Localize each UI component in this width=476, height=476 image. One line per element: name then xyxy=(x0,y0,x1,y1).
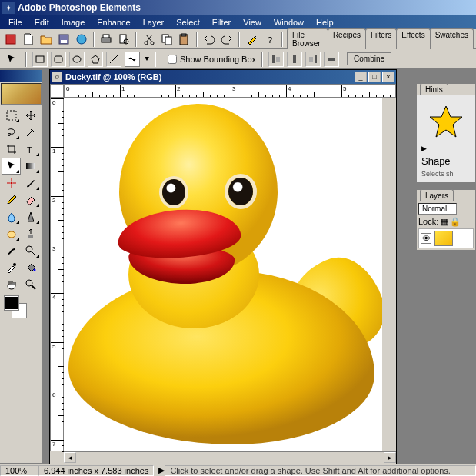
zoom-tool[interactable] xyxy=(22,276,41,293)
brush-tool[interactable] xyxy=(22,175,41,191)
paste-icon[interactable] xyxy=(176,31,192,48)
hand-tool[interactable] xyxy=(2,276,21,293)
shape-line[interactable] xyxy=(106,52,121,67)
lasso-tool[interactable] xyxy=(2,124,21,141)
sponge-tool[interactable] xyxy=(2,225,21,242)
redeye-tool[interactable] xyxy=(2,175,21,191)
color-swatches xyxy=(0,295,42,322)
lock-transparent-icon[interactable]: ▦ xyxy=(441,217,448,226)
menu-image[interactable]: Image xyxy=(56,17,91,28)
clone-tool[interactable] xyxy=(22,225,41,242)
menu-window[interactable]: Window xyxy=(268,17,309,28)
tab-recipes[interactable]: Recipes xyxy=(328,28,366,49)
tab-filters[interactable]: Filters xyxy=(365,28,397,49)
combine-button[interactable]: Combine xyxy=(347,52,391,65)
maximize-button[interactable]: □ xyxy=(368,72,381,82)
tab-file-browser[interactable]: File Browser xyxy=(287,28,328,49)
menu-filter[interactable]: Filter xyxy=(207,17,236,28)
align-left-icon[interactable] xyxy=(268,52,284,67)
layers-tab[interactable]: Layers xyxy=(420,189,454,201)
bounding-box-label: Show Bounding Box xyxy=(180,55,256,64)
shape-polygon[interactable] xyxy=(88,52,103,67)
pencil-tool[interactable] xyxy=(2,191,21,208)
status-expand-icon[interactable]: ▶ xyxy=(158,465,165,475)
svg-rect-24 xyxy=(309,57,313,62)
tab-effects[interactable]: Effects xyxy=(396,28,430,49)
help-icon[interactable]: ? xyxy=(261,31,278,48)
type-tool[interactable]: T xyxy=(22,141,41,158)
copy-icon[interactable] xyxy=(158,31,175,48)
menu-enhance[interactable]: Enhance xyxy=(92,17,135,28)
menu-select[interactable]: Select xyxy=(171,17,205,28)
crop-tool[interactable] xyxy=(2,141,21,158)
smudge-tool[interactable] xyxy=(2,242,21,259)
hints-tab[interactable]: Hints xyxy=(420,83,448,95)
canvas[interactable] xyxy=(64,98,382,451)
new-file-icon[interactable] xyxy=(21,31,37,48)
ruler-origin[interactable] xyxy=(50,84,64,98)
svg-point-3 xyxy=(77,35,86,44)
shape-select-tool[interactable] xyxy=(2,158,21,175)
vertical-ruler[interactable]: 01234567 xyxy=(50,98,64,451)
quickfix-icon[interactable] xyxy=(244,31,260,48)
bucket-tool[interactable] xyxy=(22,259,41,276)
bounding-box-input[interactable] xyxy=(168,55,177,64)
dodge-tool[interactable] xyxy=(22,242,41,259)
shape-rectangle[interactable] xyxy=(32,52,48,67)
sharpen-tool[interactable] xyxy=(22,208,41,225)
lock-all-icon[interactable]: 🔒 xyxy=(450,217,461,226)
layer-row[interactable]: 👁 xyxy=(418,228,474,248)
scroll-right-button[interactable]: ► xyxy=(384,452,396,463)
hints-description: Selects sh xyxy=(421,170,471,178)
shape-options-dropdown[interactable] xyxy=(145,57,149,61)
eraser-tool[interactable] xyxy=(22,191,41,208)
svg-rect-21 xyxy=(276,57,280,62)
zoom-field[interactable]: 100% xyxy=(0,465,38,476)
blur-tool[interactable] xyxy=(2,208,21,225)
tab-swatches[interactable]: Swatches xyxy=(430,28,474,49)
toolbox-dragbar[interactable] xyxy=(0,70,42,82)
save-web-icon[interactable] xyxy=(73,31,89,48)
align-right-icon[interactable] xyxy=(305,52,321,67)
menu-help[interactable]: Help xyxy=(311,17,339,28)
svg-text:T: T xyxy=(27,145,32,155)
menu-view[interactable]: View xyxy=(238,17,267,28)
move-tool[interactable] xyxy=(22,107,41,124)
print-icon[interactable] xyxy=(98,31,115,48)
redo-icon[interactable] xyxy=(219,31,235,48)
align-distribute-icon[interactable] xyxy=(324,52,339,67)
document-dimensions[interactable]: 6.944 inches x 7.583 inches xyxy=(38,465,154,476)
visibility-toggle[interactable]: 👁 xyxy=(421,233,431,244)
shape-custom[interactable] xyxy=(125,52,140,67)
shape-ellipse[interactable] xyxy=(69,52,85,67)
menu-file[interactable]: File xyxy=(3,17,28,28)
adobe-online-icon[interactable] xyxy=(3,31,19,48)
open-file-icon[interactable] xyxy=(38,31,55,48)
wand-tool[interactable] xyxy=(22,124,41,141)
menu-layer[interactable]: Layer xyxy=(138,17,170,28)
marquee-tool[interactable] xyxy=(2,107,21,124)
document-icon: © xyxy=(52,72,62,82)
show-bounding-box-checkbox[interactable]: Show Bounding Box xyxy=(168,55,256,64)
options-bar: Show Bounding Box Combine xyxy=(0,49,476,69)
blend-mode-dropdown[interactable]: Normal xyxy=(418,203,457,215)
align-center-icon[interactable] xyxy=(287,52,302,67)
horizontal-ruler[interactable]: 012345 xyxy=(64,84,396,98)
foreground-color[interactable] xyxy=(5,296,18,310)
horizontal-scrollbar[interactable]: ◄ ► xyxy=(64,451,396,464)
eyedropper-tool[interactable] xyxy=(2,259,21,276)
svg-rect-5 xyxy=(103,35,109,38)
undo-icon[interactable] xyxy=(201,31,218,48)
save-icon[interactable] xyxy=(55,31,72,48)
gradient-tool[interactable] xyxy=(22,158,41,175)
svg-point-31 xyxy=(8,231,15,238)
close-button[interactable]: × xyxy=(382,72,394,82)
document-titlebar[interactable]: © Ducky.tif @ 100% (RGB) _ □ × xyxy=(50,70,396,84)
scroll-left-button[interactable]: ◄ xyxy=(64,452,76,463)
minimize-button[interactable]: _ xyxy=(355,72,367,82)
print-preview-icon[interactable] xyxy=(116,31,132,48)
menu-edit[interactable]: Edit xyxy=(29,17,55,28)
cut-icon[interactable] xyxy=(141,31,157,48)
shape-rounded-rect[interactable] xyxy=(51,52,66,67)
arrow-tool-icon[interactable] xyxy=(3,51,20,68)
